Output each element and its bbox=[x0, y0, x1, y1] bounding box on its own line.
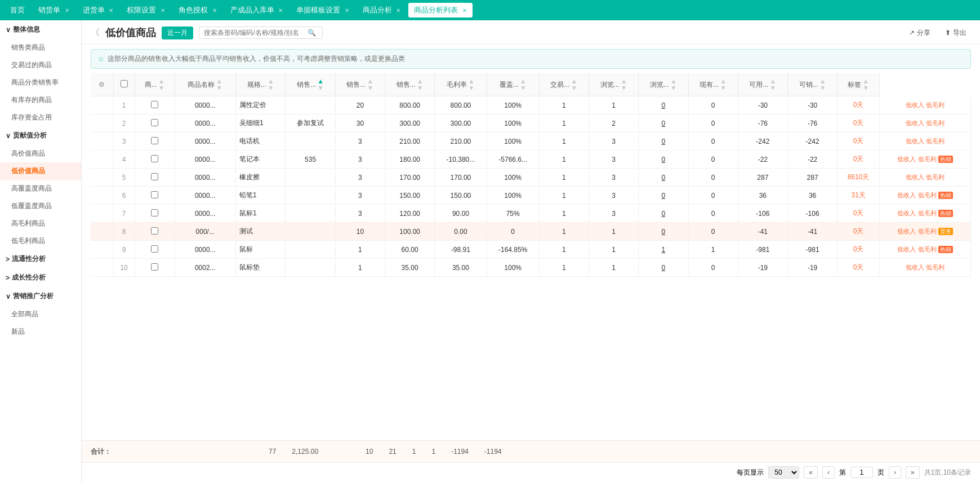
views1-cell[interactable]: 1 bbox=[639, 241, 688, 259]
row-checkbox[interactable] bbox=[151, 227, 158, 235]
sidebar-item-traded-products[interactable]: 交易过的商品 bbox=[0, 56, 81, 74]
sidebar-item-sales-products[interactable]: 销售类商品 bbox=[0, 39, 81, 56]
views1-link[interactable]: 0 bbox=[662, 192, 666, 200]
sidebar-item-low-coverage[interactable]: 低覆盖度商品 bbox=[0, 197, 81, 215]
last-page-button[interactable]: » bbox=[906, 466, 920, 479]
views1-cell[interactable]: 0 bbox=[639, 223, 688, 241]
row-checkbox[interactable] bbox=[151, 173, 158, 180]
views1-cell[interactable]: 0 bbox=[639, 259, 688, 277]
col-sales2[interactable]: 销售...▲▼ bbox=[385, 73, 435, 96]
views1-link[interactable]: 0 bbox=[662, 174, 666, 182]
checkbox-cell[interactable] bbox=[135, 132, 175, 151]
row-checkbox[interactable] bbox=[151, 137, 158, 144]
checkbox-cell[interactable] bbox=[135, 259, 175, 277]
sidebar-item-all-products[interactable]: 全部商品 bbox=[0, 306, 81, 323]
views1-link[interactable]: 0 bbox=[662, 138, 666, 145]
views1-link[interactable]: 0 bbox=[662, 101, 666, 109]
tags-cell: 低收入 低毛利 bbox=[880, 114, 971, 132]
col-name[interactable]: 商品名称▲▼ bbox=[175, 73, 236, 96]
views1-link[interactable]: 1 bbox=[662, 246, 666, 254]
views1-cell[interactable]: 0 bbox=[639, 187, 688, 205]
row-checkbox[interactable] bbox=[151, 119, 158, 126]
views1-cell[interactable]: 0 bbox=[639, 96, 688, 114]
search-input[interactable] bbox=[204, 29, 305, 37]
col-views1[interactable]: 浏览...▲▼ bbox=[589, 73, 639, 96]
sidebar-item-high-margin[interactable]: 高毛利商品 bbox=[0, 215, 81, 232]
col-stock1[interactable]: 现有...▲▼ bbox=[688, 73, 738, 96]
views1-link[interactable]: 0 bbox=[662, 264, 666, 272]
prev-page-button[interactable]: ‹ bbox=[822, 466, 835, 479]
col-margin[interactable]: 毛利率▲▼ bbox=[435, 73, 487, 96]
views1-cell[interactable]: 0 bbox=[639, 169, 688, 187]
checkbox-cell[interactable] bbox=[135, 96, 175, 114]
col-settings[interactable]: ⚙ bbox=[91, 73, 113, 96]
nav-templates[interactable]: 单据模板设置 ✕ bbox=[291, 3, 355, 17]
views2-cell: 0 bbox=[688, 187, 738, 205]
nav-sales[interactable]: 销货单 ✕ bbox=[33, 3, 75, 17]
sidebar-group-growth[interactable]: > 成长性分析 bbox=[0, 268, 81, 287]
row-checkbox[interactable] bbox=[151, 245, 158, 253]
col-coverage[interactable]: 覆盖...▲▼ bbox=[487, 73, 539, 96]
export-button[interactable]: ⬆ 导出 bbox=[941, 26, 971, 39]
nav-roles[interactable]: 角色授权 ✕ bbox=[173, 3, 222, 17]
col-sellable[interactable]: 可销...▲▼ bbox=[787, 73, 837, 96]
views1-link[interactable]: 0 bbox=[662, 210, 666, 218]
sidebar-item-high-value[interactable]: 高价值商品 bbox=[0, 145, 81, 162]
sidebar-item-category-rate[interactable]: 商品分类销售率 bbox=[0, 74, 81, 91]
views1-link[interactable]: 0 bbox=[662, 120, 666, 127]
share-button[interactable]: ↗ 分享 bbox=[905, 26, 935, 39]
col-trade[interactable]: 交易...▲▼ bbox=[539, 73, 589, 96]
sidebar-item-stock-funds[interactable]: 库存资金占用 bbox=[0, 109, 81, 126]
checkbox-cell[interactable] bbox=[135, 223, 175, 241]
checkbox-cell[interactable] bbox=[135, 205, 175, 223]
row-checkbox[interactable] bbox=[151, 209, 158, 216]
sidebar-group-general[interactable]: ∨ 整体信息 bbox=[0, 20, 81, 39]
nav-products-in[interactable]: 产成品入库单 ✕ bbox=[225, 3, 289, 17]
views1-cell[interactable]: 0 bbox=[639, 114, 688, 132]
page-size-select[interactable]: 50 100 bbox=[768, 466, 799, 479]
row-checkbox[interactable] bbox=[151, 101, 158, 108]
nav-permissions[interactable]: 权限设置 ✕ bbox=[121, 3, 171, 17]
col-spec[interactable]: 规格...▲▼ bbox=[236, 73, 286, 96]
col-views2[interactable]: 浏览...▲▼ bbox=[639, 73, 688, 96]
col-checkbox[interactable] bbox=[113, 73, 135, 96]
checkbox-cell[interactable] bbox=[135, 241, 175, 259]
checkbox-cell[interactable] bbox=[135, 169, 175, 187]
checkbox-cell[interactable] bbox=[135, 114, 175, 132]
row-checkbox[interactable] bbox=[151, 155, 158, 162]
views1-cell[interactable]: 0 bbox=[639, 151, 688, 169]
next-page-button[interactable]: › bbox=[889, 466, 901, 479]
views1-link[interactable]: 0 bbox=[662, 228, 666, 236]
checkbox-cell[interactable] bbox=[135, 187, 175, 205]
checkbox-cell[interactable] bbox=[135, 151, 175, 169]
col-code[interactable]: 商...▲▼ bbox=[135, 73, 175, 96]
sidebar-item-stocked-products[interactable]: 有库存的商品 bbox=[0, 91, 81, 109]
page-number-input[interactable] bbox=[850, 467, 873, 478]
col-qty[interactable]: 销售...▲▼ bbox=[286, 73, 335, 96]
row-checkbox[interactable] bbox=[151, 191, 158, 198]
views1-cell[interactable]: 0 bbox=[639, 205, 688, 223]
col-tags[interactable]: 标签▲▼ bbox=[838, 73, 880, 96]
nav-product-analysis[interactable]: 商品分析 ✕ bbox=[357, 3, 407, 17]
sidebar-item-low-value[interactable]: 低价值商品 bbox=[0, 162, 81, 180]
nav-purchase[interactable]: 进货单 ✕ bbox=[77, 3, 119, 17]
views1-link[interactable]: 0 bbox=[662, 156, 666, 163]
sidebar-item-new-products[interactable]: 新品 bbox=[0, 323, 81, 341]
first-page-button[interactable]: « bbox=[804, 466, 818, 479]
nav-product-analysis-list[interactable]: 商品分析列表 ✕ bbox=[408, 3, 473, 17]
views1-cell[interactable]: 0 bbox=[639, 132, 688, 151]
search-icon[interactable]: 🔍 bbox=[308, 29, 316, 37]
trade-cell: 1 bbox=[589, 241, 639, 259]
nav-home[interactable]: 首页 bbox=[5, 3, 30, 17]
date-filter-button[interactable]: 近一月 bbox=[162, 26, 193, 39]
collapse-btn[interactable]: 《 bbox=[91, 27, 100, 39]
sidebar-group-marketing[interactable]: ∨ 营销推广分析 bbox=[0, 287, 81, 306]
select-all-checkbox[interactable] bbox=[121, 80, 128, 87]
sidebar-item-high-coverage[interactable]: 高覆盖度商品 bbox=[0, 180, 81, 197]
sidebar-group-contribution[interactable]: ∨ 贡献值分析 bbox=[0, 126, 81, 145]
col-sales1[interactable]: 销售...▲▼ bbox=[335, 73, 385, 96]
sidebar-group-liquidity[interactable]: > 流通性分析 bbox=[0, 250, 81, 268]
col-stock2[interactable]: 可用...▲▼ bbox=[738, 73, 787, 96]
row-checkbox[interactable] bbox=[151, 263, 158, 271]
sidebar-item-low-margin[interactable]: 低毛利商品 bbox=[0, 232, 81, 250]
